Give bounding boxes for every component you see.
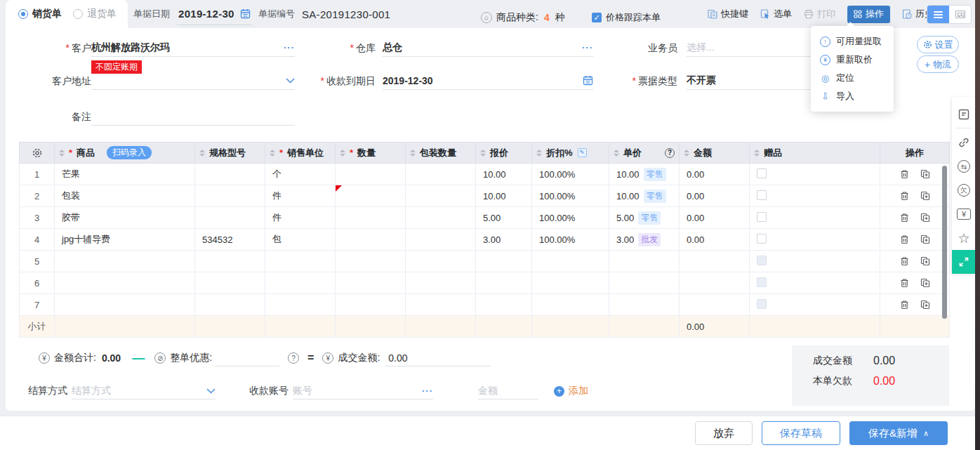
copy-row-icon[interactable]	[920, 234, 930, 244]
gift-checkbox[interactable]	[757, 190, 767, 200]
cell-discount[interactable]	[532, 251, 609, 272]
cell-discount[interactable]	[532, 294, 609, 316]
radio-return-order[interactable]: 退货单	[73, 8, 117, 20]
price-type-tag[interactable]: 零售	[644, 168, 666, 181]
operations-button[interactable]: 操作	[847, 6, 890, 23]
gift-checkbox[interactable]	[757, 212, 767, 222]
cell-quote[interactable]: 5.00	[476, 207, 532, 229]
gift-checkbox[interactable]	[757, 234, 767, 244]
delete-row-icon[interactable]	[900, 300, 909, 310]
cell-product[interactable]: jpg十辅导费	[55, 229, 195, 251]
menu-item-available-qty[interactable]: ↑ 可用量提取	[811, 32, 894, 51]
cell-product[interactable]: 胶带	[55, 207, 195, 229]
column-header-gift[interactable]: 赠品	[750, 143, 880, 164]
address-field[interactable]	[91, 72, 295, 90]
sort-arrows[interactable]	[614, 150, 619, 157]
remark-field[interactable]	[91, 107, 295, 126]
cell-discount[interactable]: 100.00%	[532, 229, 609, 251]
favorite-star-icon[interactable]: ☆	[952, 226, 976, 250]
cell-price[interactable]	[609, 251, 680, 272]
link-icon[interactable]	[952, 131, 976, 154]
order-discount-input[interactable]	[215, 350, 279, 366]
money-ticket-icon[interactable]: ¥	[952, 202, 976, 226]
cell-price[interactable]: 5.00零售	[609, 207, 680, 229]
warehouse-picker-dots[interactable]: ···	[582, 42, 593, 53]
deal-amount-input[interactable]: 0.00	[385, 350, 491, 366]
column-header-discount[interactable]: 折扣%✎	[532, 143, 609, 164]
doc-date-input[interactable]: 2019-12-30	[177, 4, 252, 25]
cell-spec[interactable]	[195, 251, 265, 272]
price-type-tag[interactable]: 零售	[638, 211, 661, 225]
cell-qty[interactable]	[336, 207, 406, 229]
save-draft-button[interactable]: 保存草稿	[762, 421, 840, 445]
print-button[interactable]: 打印	[804, 8, 835, 20]
price-track-option[interactable]: ✓ 价格跟踪本单	[592, 0, 661, 34]
cell-product[interactable]: 芒果	[55, 164, 195, 185]
cell-quote[interactable]	[476, 294, 532, 316]
menu-item-locate[interactable]: ◎ 定位	[811, 69, 894, 87]
debt-icon[interactable]: 欠	[952, 178, 976, 202]
column-settings-header[interactable]	[20, 143, 55, 164]
sort-arrows[interactable]	[410, 150, 416, 157]
cell-pack-qty[interactable]	[406, 207, 476, 229]
cell-spec[interactable]	[195, 294, 265, 316]
sort-arrows[interactable]	[480, 150, 486, 157]
chevron-down-icon[interactable]	[286, 78, 295, 84]
copy-row-icon[interactable]	[920, 278, 930, 288]
cell-unit[interactable]: 包	[265, 229, 336, 251]
edit-discount-icon[interactable]: ✎	[578, 148, 587, 157]
note-icon[interactable]	[952, 102, 976, 126]
cell-unit[interactable]: 件	[265, 185, 336, 207]
warehouse-field[interactable]: 总仓 ···	[383, 39, 593, 57]
cell-spec[interactable]	[195, 185, 265, 207]
price-type-tag[interactable]: 零售	[644, 190, 666, 203]
sort-arrows[interactable]	[754, 150, 760, 157]
settle-method-select[interactable]: 结算方式	[72, 383, 216, 399]
cell-spec[interactable]	[195, 207, 265, 229]
cell-unit[interactable]	[265, 294, 336, 316]
cell-pack-qty[interactable]	[406, 185, 476, 207]
radio-sales-order[interactable]: 销货单	[18, 8, 62, 20]
cell-discount[interactable]	[532, 272, 609, 294]
column-header-quote[interactable]: 报价	[476, 143, 532, 164]
add-payment-button[interactable]: + 添加	[554, 385, 588, 397]
cell-quote[interactable]: 3.00	[476, 229, 532, 251]
cell-qty[interactable]	[336, 229, 406, 251]
customer-picker-dots[interactable]: ···	[284, 42, 295, 53]
column-header-product[interactable]: *商品扫码录入	[55, 143, 195, 164]
price-track-checkbox[interactable]: ✓	[592, 13, 602, 22]
cell-discount[interactable]: 100.00%	[532, 207, 609, 229]
column-header-amount[interactable]: 金额	[680, 143, 750, 164]
customer-field[interactable]: 杭州解放路沃尔玛 ···	[91, 39, 295, 57]
gift-checkbox[interactable]	[757, 168, 767, 178]
cell-price[interactable]: 10.00零售	[609, 185, 680, 207]
cell-quote[interactable]	[476, 272, 532, 294]
account-picker-dots[interactable]: ···	[422, 385, 433, 396]
cell-unit[interactable]	[265, 272, 336, 294]
column-header-qty[interactable]: *数量	[336, 143, 406, 164]
delete-row-icon[interactable]	[900, 234, 909, 244]
scan-entry-badge[interactable]: 扫码录入	[107, 146, 152, 159]
cell-qty[interactable]	[336, 164, 406, 185]
calendar-icon[interactable]	[240, 8, 251, 19]
select-doc-button[interactable]: 选单	[760, 8, 792, 20]
sort-arrows[interactable]	[536, 150, 542, 157]
cell-price[interactable]	[609, 294, 680, 316]
settings-button[interactable]: 设置	[917, 36, 959, 53]
cell-product[interactable]	[55, 251, 195, 272]
copy-row-icon[interactable]	[920, 169, 930, 179]
cell-quote[interactable]	[476, 251, 532, 272]
cell-unit[interactable]: 件	[265, 207, 336, 229]
gear-icon[interactable]	[32, 147, 43, 159]
copy-row-icon[interactable]	[920, 300, 930, 310]
cell-price[interactable]: 10.00零售	[609, 164, 680, 185]
cell-price[interactable]: 3.00批发	[609, 229, 680, 251]
cell-unit[interactable]: 个	[265, 164, 336, 185]
due-date-field[interactable]: 2019-12-30	[383, 72, 593, 90]
cell-pack-qty[interactable]	[406, 229, 476, 251]
calendar-icon[interactable]	[583, 75, 593, 86]
payment-amount-input[interactable]: 金额	[478, 383, 538, 399]
delete-row-icon[interactable]	[900, 169, 909, 179]
cell-unit[interactable]	[265, 251, 336, 272]
cell-pack-qty[interactable]	[406, 294, 476, 316]
